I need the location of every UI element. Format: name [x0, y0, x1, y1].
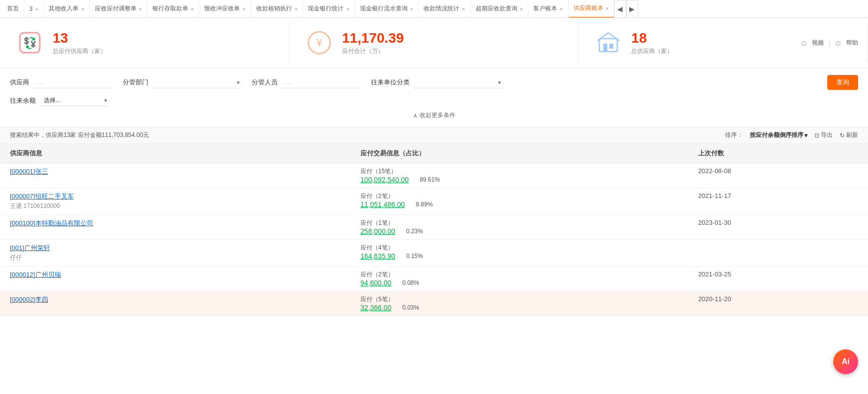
total-suppliers-value: 18: [631, 30, 673, 47]
dept-select[interactable]: [152, 77, 242, 88]
collapse-label: 收起更多条件: [420, 111, 455, 120]
trans-amount[interactable]: 32,366.00: [361, 304, 391, 312]
nav-next-arrow[interactable]: ▶: [626, 0, 638, 18]
nav-prev-arrow[interactable]: ◀: [614, 0, 626, 18]
category-label: 往来单位分类: [371, 78, 410, 87]
nav-tab-3[interactable]: 3 ×: [24, 0, 44, 18]
circle-icon-2: ⊙: [835, 39, 841, 47]
nav-tab-customer-ledger-label: 客户账本: [533, 4, 557, 13]
trans-info-cell: 应付（2笔）11,051,486.009.89%: [351, 188, 688, 215]
supplier-info-cell: [000100]本特勤油品有限公司: [0, 215, 351, 240]
result-bar: 搜索结果中，供应商13家 应付金额111,703,854.00元 排序： 按应付…: [0, 127, 868, 144]
nav-tab-prepaid-label: 预收冲应收单: [204, 4, 240, 13]
trans-pct: 0.03%: [402, 304, 419, 311]
ai-button[interactable]: Ai: [833, 349, 858, 374]
filter-row-1: 供应商 分管部门 ▾ 分管人员 往来单位分类: [10, 75, 858, 90]
supplier-link[interactable]: [000002]李四: [10, 296, 48, 303]
close-icon[interactable]: ×: [191, 6, 194, 12]
export-button[interactable]: ⊡ 导出: [814, 131, 833, 139]
filter-item-person: 分管人员: [252, 77, 361, 88]
trans-amount[interactable]: 11,051,486.00: [361, 200, 405, 208]
nav-tab-other-income[interactable]: 其他收入单 ×: [44, 0, 89, 18]
chevron-down-icon-sort: ▾: [804, 132, 807, 139]
total-payable-value: 11,170.39: [342, 30, 404, 47]
close-icon[interactable]: ×: [462, 6, 465, 12]
nav-tab-ar-ap[interactable]: 应收应付调整单 ×: [90, 0, 147, 18]
nav-tab-payment-stat[interactable]: 收款情况统计 ×: [419, 0, 470, 18]
close-icon[interactable]: ×: [410, 6, 413, 12]
trans-info-cell: 应付（5笔）32,366.000.03%: [351, 291, 688, 316]
last-pay-date: 2023-01-30: [698, 219, 731, 226]
person-label: 分管人员: [252, 78, 278, 87]
trans-info-cell: 应付（15笔）100,092,540.0089.61%: [351, 163, 688, 188]
close-icon[interactable]: ×: [560, 6, 563, 12]
svg-rect-6: [609, 44, 613, 49]
svg-rect-5: [603, 44, 607, 52]
filter-area: 供应商 分管部门 ▾ 分管人员 往来单位分类: [0, 68, 868, 127]
supplier-link[interactable]: [000100]本特勤油品有限公司: [10, 219, 93, 227]
supplier-input[interactable]: [33, 77, 113, 88]
nav-tab-home-label: 首页: [7, 4, 19, 13]
close-icon[interactable]: ×: [294, 6, 297, 12]
supplier-sub-info: 仔仔: [10, 254, 341, 262]
main-content: 💱 13 总应付供应商（家） ¥ 11,170.39 应付合计（万）: [0, 18, 868, 394]
person-input[interactable]: [282, 77, 361, 88]
trans-pct: 9.89%: [416, 201, 433, 208]
supplier-label: 供应商: [10, 78, 29, 87]
search-button[interactable]: 查询: [827, 75, 858, 90]
trans-info-cell: 应付（1笔）258,000.000.23%: [351, 215, 688, 240]
close-icon[interactable]: ×: [242, 6, 245, 12]
nav-tab-other-income-label: 其他收入单: [49, 4, 78, 13]
nav-tab-supplier-ledger[interactable]: 供应商账本 ×: [569, 0, 614, 18]
trans-amount[interactable]: 258,000.00: [361, 227, 395, 235]
balance-select[interactable]: 选择...: [40, 95, 109, 106]
nav-tab-bank[interactable]: 银行存取款单 ×: [147, 0, 199, 18]
header-actions: ⊙ 视频 | ⊙ 帮助: [801, 39, 858, 47]
trans-amount[interactable]: 94,600.00: [361, 279, 391, 287]
nav-tab-home[interactable]: 首页: [2, 0, 24, 18]
supplier-link[interactable]: [000007]恒旺二手叉车: [10, 193, 74, 200]
sort-value[interactable]: 按应付余额倒序排序 ▾: [750, 131, 807, 139]
nav-tab-3-label: 3: [29, 5, 33, 12]
nav-tab-payment-verify[interactable]: 收款核销执行 ×: [251, 0, 303, 18]
last-pay-date: 2020-11-20: [698, 295, 731, 303]
total-suppliers-label: 总供应商（家）: [631, 47, 673, 56]
svg-rect-4: [599, 39, 617, 52]
nav-tab-payment-verify-label: 收款核销执行: [256, 4, 292, 13]
supplier-link[interactable]: [000001]张三: [10, 168, 48, 175]
nav-tab-prepaid[interactable]: 预收冲应收单 ×: [199, 0, 251, 18]
supplier-info-cell: [000001]张三: [0, 163, 351, 188]
last-pay-cell: 2021-11-17: [688, 188, 868, 215]
close-icon[interactable]: ×: [139, 6, 142, 12]
category-select[interactable]: [414, 77, 503, 88]
collapse-button[interactable]: ∧ 收起更多条件: [10, 111, 858, 120]
category-select-wrap: ▾: [414, 77, 503, 88]
close-icon[interactable]: ×: [35, 6, 38, 12]
close-icon[interactable]: ×: [81, 6, 84, 12]
help-link[interactable]: 帮助: [846, 39, 858, 47]
svg-text:¥: ¥: [316, 36, 323, 49]
balance-label: 往来余额: [10, 96, 36, 105]
table-row: [000002]李四应付（5笔）32,366.000.03%2020-11-20: [0, 291, 868, 316]
close-icon[interactable]: ×: [606, 5, 609, 11]
refresh-button[interactable]: ↻ 刷新: [840, 131, 858, 139]
last-pay-cell: 2022-08-08: [688, 163, 868, 188]
nav-tab-overdue[interactable]: 超期应收款查询 ×: [471, 0, 528, 18]
supplier-link[interactable]: [000012]广州贝瑞: [10, 271, 61, 278]
trans-label: 应付（5笔）: [361, 295, 678, 304]
close-icon[interactable]: ×: [346, 6, 349, 12]
nav-tab-cash-flow[interactable]: 现金银行流水查询 ×: [355, 0, 419, 18]
supplier-table: 供应商信息 应付交易信息（占比） 上次付数 [000001]张三应付（15笔）1…: [0, 144, 868, 316]
video-link[interactable]: 视频: [812, 39, 824, 47]
filter-item-dept: 分管部门 ▾: [123, 77, 242, 88]
trans-amount[interactable]: 164,635.90: [361, 252, 395, 260]
supplier-link[interactable]: [001]广州荣轩: [10, 244, 50, 252]
nav-tab-overdue-label: 超期应收款查询: [476, 4, 517, 13]
close-icon[interactable]: ×: [520, 6, 523, 12]
refresh-icon: ↻: [840, 132, 845, 139]
trans-amount[interactable]: 100,092,540.00: [361, 176, 409, 184]
payable-suppliers-label: 总应付供应商（家）: [53, 47, 106, 56]
dept-select-wrap: ▾: [152, 77, 242, 88]
nav-tab-cash-bank[interactable]: 现金银行统计 ×: [303, 0, 355, 18]
nav-tab-customer-ledger[interactable]: 客户账本 ×: [528, 0, 568, 18]
